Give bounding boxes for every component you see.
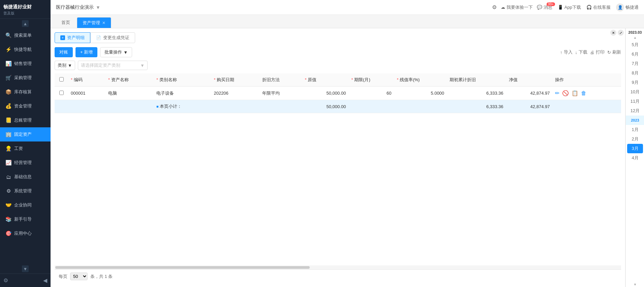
download-button[interactable]: ↓ 下载 bbox=[575, 49, 588, 55]
month-item-prev-11[interactable]: 11月 bbox=[626, 97, 644, 106]
month-item-prev-5[interactable]: 5月 bbox=[626, 40, 644, 50]
asset-detail-icon: ≡ bbox=[60, 35, 65, 40]
sidebar-item-search[interactable]: 🔍搜索菜单 bbox=[0, 28, 51, 42]
sidebar-item-sales[interactable]: 📊销售管理 bbox=[0, 57, 51, 71]
expand-panel-icon[interactable]: ⤢ bbox=[618, 30, 624, 36]
toolbar: 对账 + 新增 批量操作 ▼ ↑ 导入 ↓ 下载 🖨 bbox=[55, 47, 621, 57]
cell-category: 电子设备 bbox=[154, 87, 211, 100]
action-buttons: ✏ 🚫 📋 🗑 bbox=[555, 90, 618, 96]
month-item-3[interactable]: 3月 bbox=[627, 144, 643, 153]
delete-button[interactable]: 🗑 bbox=[581, 90, 586, 96]
sub-tab-change-voucher[interactable]: 📄 变更生成凭证 bbox=[90, 32, 135, 43]
h-scroll-thumb[interactable] bbox=[55, 266, 310, 269]
message-btn[interactable]: 💬 消息 99+ bbox=[537, 4, 552, 10]
download-icon: ↓ bbox=[575, 50, 578, 55]
sidebar-scroll-down[interactable]: ▼ bbox=[22, 265, 29, 272]
sidebar-label-appstore: 应用中心 bbox=[14, 230, 32, 236]
month-item-prev-7[interactable]: 7月 bbox=[626, 59, 644, 68]
service-icon: 🎧 bbox=[586, 5, 592, 10]
month-item-4[interactable]: 4月 bbox=[626, 153, 644, 163]
sidebar-item-finance[interactable]: 💰资金管理 bbox=[0, 99, 51, 113]
topbar-right: 💬 消息 99+ 📱 App下载 🎧 在线客服 👤 畅捷通 bbox=[537, 3, 639, 11]
input-chevron: ▼ bbox=[140, 63, 145, 68]
sidebar-item-fixedasset[interactable]: 🏢固定资产 bbox=[0, 127, 51, 141]
month-item-prev-9[interactable]: 9月 bbox=[626, 78, 644, 87]
sidebar-item-basic[interactable]: 🗂基础信息 bbox=[0, 170, 51, 184]
collapse-icon[interactable]: ◀ bbox=[43, 277, 47, 284]
message-badge: 99+ bbox=[547, 2, 555, 6]
sidebar-item-quicknav[interactable]: ⚡快捷导航 bbox=[0, 42, 51, 57]
company-chevron[interactable]: ▼ bbox=[96, 5, 100, 10]
import-button[interactable]: ↑ 导入 bbox=[560, 49, 573, 55]
sales-icon: 📊 bbox=[5, 61, 11, 67]
month-item-2[interactable]: 2月 bbox=[626, 134, 644, 144]
category-input[interactable]: 请选择固定资产类别 ▼ bbox=[78, 61, 148, 70]
sidebar-item-system[interactable]: ⚙系统管理 bbox=[0, 184, 51, 198]
sub-tabs: ≡ 资产明细 📄 变更生成凭证 bbox=[55, 32, 621, 43]
gear-icon[interactable]: ⚙ bbox=[492, 4, 497, 10]
online-service-btn[interactable]: 🎧 在线客服 bbox=[586, 4, 611, 10]
sidebar-label-collab: 企业协同 bbox=[14, 202, 32, 208]
cell-period: 60 bbox=[348, 87, 394, 100]
import-icon: ↑ bbox=[560, 50, 562, 55]
change-voucher-icon: 📄 bbox=[96, 35, 101, 40]
sidebar-footer: ⚙ ◀ bbox=[0, 274, 51, 287]
app-download-icon: 📱 bbox=[558, 5, 563, 10]
cloud-experience[interactable]: ☁ 我要体验一下 bbox=[501, 4, 533, 10]
sidebar-scroll-up[interactable]: ▲ bbox=[22, 20, 29, 27]
panel-scroll-up[interactable]: ▲ bbox=[626, 35, 644, 40]
sidebar-label-purchase: 采购管理 bbox=[14, 75, 32, 81]
select-all-checkbox[interactable] bbox=[59, 77, 64, 82]
table-row: 000001 电脑 电子设备 202206 年限平均 50,000.00 60 … bbox=[55, 87, 621, 100]
disable-button[interactable]: 🚫 bbox=[562, 90, 569, 96]
tab-asset-mgmt[interactable]: 资产管理 ✕ bbox=[77, 17, 111, 28]
edit-button[interactable]: ✏ bbox=[555, 90, 559, 96]
sidebar-item-collab[interactable]: 🤝企业协同 bbox=[0, 198, 51, 212]
add-new-button[interactable]: + 新增 bbox=[75, 47, 97, 57]
month-item-prev-6[interactable]: 6月 bbox=[626, 50, 644, 59]
panel-scroll-down[interactable]: ▼ bbox=[626, 282, 644, 287]
sidebar-item-guide[interactable]: 📚新手引导 bbox=[0, 212, 51, 226]
content: ≡ 资产明细 📄 变更生成凭证 对账 + 新增 批量操作 ▼ ↑ bbox=[51, 28, 644, 287]
sidebar-item-purchase[interactable]: 🛒采购管理 bbox=[0, 71, 51, 85]
subtotal-net-value: 42,874.97 bbox=[506, 100, 553, 113]
app-download-btn[interactable]: 📱 App下载 bbox=[558, 4, 581, 10]
sidebar-item-biz[interactable]: 📈经营管理 bbox=[0, 156, 51, 170]
sidebar-label-ledger: 总账管理 bbox=[14, 117, 32, 123]
settings-icon[interactable]: ⚙ bbox=[3, 277, 8, 284]
month-item-prev-10[interactable]: 10月 bbox=[626, 87, 644, 97]
col-code: * 编码 bbox=[68, 73, 105, 87]
refresh-button[interactable]: ↻ 刷新 bbox=[607, 49, 621, 55]
close-panel-icon[interactable]: ✕ bbox=[610, 30, 616, 36]
sidebar-item-inventory[interactable]: 📦库存核算 bbox=[0, 85, 51, 99]
filter-chevron: ▼ bbox=[68, 63, 72, 68]
row-checkbox[interactable] bbox=[59, 91, 64, 95]
quicknav-icon: ⚡ bbox=[5, 46, 11, 53]
sidebar-item-salary[interactable]: 👷工资 bbox=[0, 141, 51, 156]
batch-ops-button[interactable]: 批量操作 ▼ bbox=[100, 47, 132, 57]
page-size-select[interactable]: 50 100 200 bbox=[70, 273, 88, 280]
user-menu[interactable]: 👤 畅捷通 bbox=[616, 3, 639, 11]
print-button[interactable]: 🖨 打印 bbox=[590, 49, 605, 55]
sidebar-label-quicknav: 快捷导航 bbox=[14, 46, 32, 53]
tab-home[interactable]: 首页 bbox=[56, 17, 75, 28]
cell-depreciation-method: 年限平均 bbox=[259, 87, 302, 100]
month-item-prev-8[interactable]: 8月 bbox=[626, 68, 644, 78]
col-purchase-date: * 购买日期 bbox=[211, 73, 259, 87]
cell-initial-accum-depr: 6,333.36 bbox=[447, 87, 506, 100]
tab-close-icon[interactable]: ✕ bbox=[102, 21, 105, 25]
sidebar-item-appstore[interactable]: 🎯应用中心 bbox=[0, 226, 51, 241]
logo-text: 畅捷通好业财 bbox=[3, 4, 47, 10]
sub-tab-asset-detail[interactable]: ≡ 资产明细 bbox=[55, 32, 90, 43]
sidebar-item-ledger[interactable]: 📒总账管理 bbox=[0, 113, 51, 127]
category-select[interactable]: 类别 ▼ bbox=[55, 61, 75, 70]
reconcile-button[interactable]: 对账 bbox=[55, 47, 73, 57]
sidebar-label-guide: 新手引导 bbox=[14, 216, 32, 222]
month-item-prev-12[interactable]: 12月 bbox=[626, 106, 644, 116]
copy-button[interactable]: 📋 bbox=[572, 90, 578, 96]
col-original-value: * 原值 bbox=[302, 73, 349, 87]
h-scrollbar[interactable] bbox=[55, 265, 621, 269]
month-item-1[interactable]: 1月 bbox=[626, 125, 644, 134]
cell-purchase-date: 202206 bbox=[211, 87, 259, 100]
subtotal-original-value: 50,000.00 bbox=[302, 100, 349, 113]
